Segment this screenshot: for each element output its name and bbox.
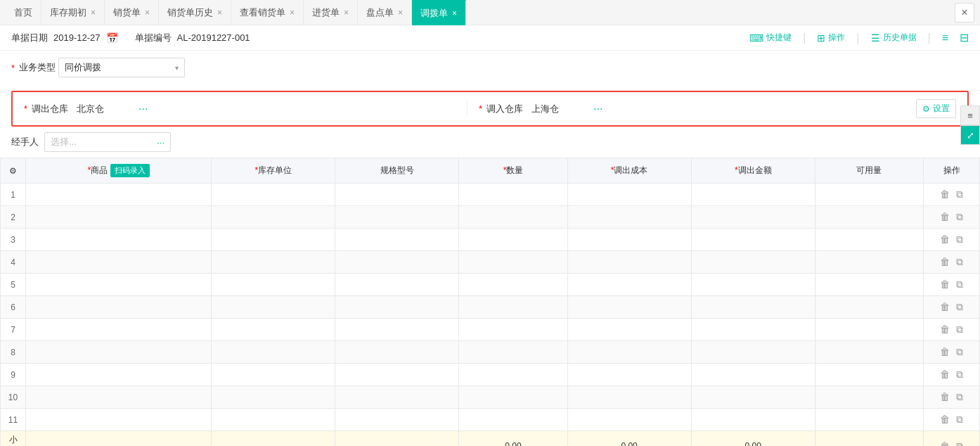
date-value[interactable]: 2019-12-27 [53, 32, 101, 43]
copy-icon[interactable]: ⧉ [954, 346, 965, 358]
delete-icon[interactable]: 🗑 [938, 279, 952, 290]
delete-icon[interactable]: 🗑 [938, 189, 952, 200]
tab-bar-close-button[interactable]: × [955, 3, 974, 23]
row-spec[interactable] [335, 319, 459, 341]
row-unit[interactable] [212, 274, 335, 296]
row-available[interactable] [815, 251, 923, 274]
row-qty[interactable] [459, 341, 567, 364]
delete-icon[interactable]: 🗑 [938, 256, 952, 267]
row-qty[interactable] [459, 251, 567, 274]
tab-inventory-init[interactable]: 库存期初 × [41, 0, 105, 25]
row-amount[interactable] [691, 296, 815, 319]
row-product[interactable] [26, 319, 212, 341]
row-unit[interactable] [212, 386, 335, 409]
row-spec[interactable] [335, 184, 459, 206]
copy-icon[interactable]: ⧉ [954, 211, 965, 223]
row-amount[interactable] [691, 409, 815, 431]
delete-icon[interactable]: 🗑 [938, 391, 952, 402]
copy-icon[interactable]: ⧉ [954, 189, 965, 200]
copy-icon[interactable]: ⧉ [954, 279, 965, 291]
row-product[interactable] [26, 364, 212, 386]
row-spec[interactable] [335, 206, 459, 229]
tab-sales-order-close[interactable]: × [145, 8, 150, 18]
scan-button[interactable]: 扫码录入 [110, 164, 150, 177]
row-cost[interactable] [567, 206, 691, 229]
copy-icon[interactable]: ⧉ [954, 414, 965, 426]
row-qty[interactable] [459, 296, 567, 319]
delete-icon[interactable]: 🗑 [938, 234, 952, 245]
tab-home[interactable]: 首页 [6, 0, 41, 25]
history-action[interactable]: ☰ 历史单据 [871, 32, 917, 44]
row-amount[interactable] [691, 319, 815, 341]
row-unit[interactable] [212, 229, 335, 251]
row-unit[interactable] [212, 319, 335, 341]
row-unit[interactable] [212, 184, 335, 206]
delete-icon[interactable]: 🗑 [938, 369, 952, 380]
row-available[interactable] [815, 296, 923, 319]
settings-button[interactable]: ⚙ 设置 [916, 99, 956, 118]
tab-inventory-check[interactable]: 盘点单 × [358, 0, 412, 25]
row-available[interactable] [815, 206, 923, 229]
tab-sales-history[interactable]: 销货单历史 × [159, 0, 231, 25]
row-product[interactable] [26, 341, 212, 364]
row-cost[interactable] [567, 296, 691, 319]
row-unit[interactable] [212, 409, 335, 431]
delete-icon[interactable]: 🗑 [938, 211, 952, 222]
row-product[interactable] [26, 251, 212, 274]
row-qty[interactable] [459, 274, 567, 296]
row-amount[interactable] [691, 206, 815, 229]
operation-action[interactable]: ⊞ 操作 [817, 32, 845, 44]
row-spec[interactable] [335, 251, 459, 274]
tab-transfer-close[interactable]: × [452, 8, 457, 18]
row-amount[interactable] [691, 251, 815, 274]
person-dots[interactable]: ··· [157, 137, 165, 148]
row-amount[interactable] [691, 229, 815, 251]
person-dropdown[interactable]: 选择... ··· [44, 132, 171, 152]
row-qty[interactable] [459, 184, 567, 206]
row-qty[interactable] [459, 229, 567, 251]
layout2-action[interactable]: ⊟ [960, 31, 969, 44]
row-cost[interactable] [567, 409, 691, 431]
right-btn-expand[interactable]: ⤢ [960, 125, 980, 145]
right-btn-list[interactable]: ≡ [960, 106, 980, 125]
row-amount[interactable] [691, 364, 815, 386]
row-unit[interactable] [212, 364, 335, 386]
row-unit[interactable] [212, 251, 335, 274]
row-qty[interactable] [459, 409, 567, 431]
row-available[interactable] [815, 274, 923, 296]
row-unit[interactable] [212, 296, 335, 319]
row-cost[interactable] [567, 274, 691, 296]
tab-inventory-check-close[interactable]: × [398, 8, 403, 18]
delete-icon[interactable]: 🗑 [938, 324, 952, 335]
tab-purchase-close[interactable]: × [344, 8, 349, 18]
row-available[interactable] [815, 184, 923, 206]
calendar-icon[interactable]: 📅 [106, 32, 118, 44]
row-cost[interactable] [567, 251, 691, 274]
row-product[interactable] [26, 206, 212, 229]
copy-icon[interactable]: ⧉ [954, 301, 965, 313]
tab-sales-history-close[interactable]: × [217, 8, 222, 18]
row-cost[interactable] [567, 341, 691, 364]
row-cost[interactable] [567, 319, 691, 341]
warehouse-in-dots[interactable]: ··· [593, 103, 602, 115]
tab-purchase[interactable]: 进货单 × [304, 0, 358, 25]
tab-view-sales-close[interactable]: × [290, 8, 295, 18]
row-spec[interactable] [335, 296, 459, 319]
row-product[interactable] [26, 229, 212, 251]
row-cost[interactable] [567, 184, 691, 206]
row-product[interactable] [26, 184, 212, 206]
col-gear[interactable]: ⚙ [1, 158, 26, 184]
layout1-action[interactable]: ≡ [942, 32, 948, 44]
row-spec[interactable] [335, 229, 459, 251]
delete-icon[interactable]: 🗑 [938, 346, 952, 357]
row-cost[interactable] [567, 229, 691, 251]
row-qty[interactable] [459, 386, 567, 409]
row-spec[interactable] [335, 386, 459, 409]
row-qty[interactable] [459, 364, 567, 386]
row-amount[interactable] [691, 341, 815, 364]
warehouse-in-value[interactable]: 上海仓 [531, 103, 588, 115]
warehouse-out-value[interactable]: 北京仓 [77, 103, 133, 115]
tab-transfer[interactable]: 调拨单 × [412, 0, 466, 25]
tab-inventory-init-close[interactable]: × [91, 8, 96, 18]
row-cost[interactable] [567, 386, 691, 409]
